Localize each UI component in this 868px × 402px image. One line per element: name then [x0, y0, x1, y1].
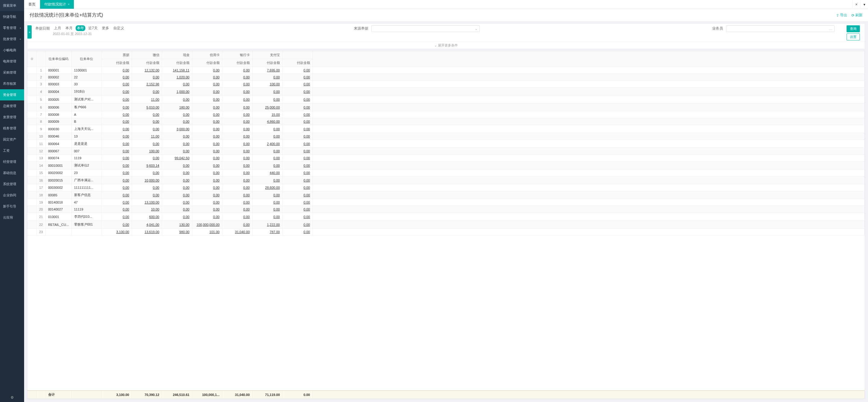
cell[interactable]: 0.00	[132, 191, 162, 199]
cell[interactable]: 0.00	[222, 221, 252, 229]
amount-link[interactable]: 0.00	[123, 82, 129, 86]
amount-link[interactable]: 0.00	[123, 178, 129, 182]
sidebar-item-0[interactable]: 搜索菜单	[0, 0, 24, 11]
amount-link[interactable]: 0.00	[243, 156, 250, 160]
date-range-opt-4[interactable]: 更多	[101, 25, 110, 31]
cell[interactable]: 0.00	[222, 118, 252, 125]
amount-link[interactable]: 0.00	[243, 215, 250, 219]
amount-link[interactable]: 787.00	[270, 230, 280, 234]
cell[interactable]: 0.00	[162, 162, 192, 170]
cell[interactable]: 0.00	[222, 176, 252, 184]
cell[interactable]: 0.00	[222, 162, 252, 170]
amount-link[interactable]: 0.00	[273, 156, 280, 160]
amount-link[interactable]: 0.00	[273, 149, 280, 153]
clerk-lookup[interactable]: …	[726, 25, 835, 32]
sidebar-item-4[interactable]: 小畅电商	[0, 45, 24, 56]
cell[interactable]: 0.00	[132, 111, 162, 118]
cell[interactable]: 0.00	[101, 133, 132, 140]
amount-link[interactable]: 0.00	[304, 82, 310, 86]
cell[interactable]: 0.00	[222, 199, 252, 206]
cell[interactable]: 0.00	[252, 199, 282, 206]
cell[interactable]: 1,020.00	[162, 74, 192, 81]
cell[interactable]: 0.00	[101, 170, 132, 176]
cell[interactable]: 15.00	[252, 111, 282, 118]
amount-link[interactable]: 0.00	[243, 68, 250, 72]
amount-link[interactable]: 0.00	[304, 76, 310, 79]
amount-link[interactable]: 0.00	[304, 193, 310, 197]
cell[interactable]: 0.00	[222, 155, 252, 162]
cell[interactable]: 0.00	[282, 206, 313, 213]
amount-link[interactable]: 0.00	[304, 215, 310, 219]
cell[interactable]: 0.00	[192, 74, 222, 81]
amount-link[interactable]: 0.00	[213, 193, 219, 197]
cell[interactable]: 0.00	[162, 184, 192, 191]
expand-conditions[interactable]: ⌄ 展开更多条件	[27, 41, 865, 49]
amount-link[interactable]: 0.00	[123, 164, 129, 167]
cell[interactable]: 0.00	[192, 155, 222, 162]
cell[interactable]: 0.00	[222, 95, 252, 104]
cell[interactable]: 0.00	[282, 148, 313, 155]
amount-link[interactable]: 0.00	[213, 149, 219, 153]
cell[interactable]: 0.00	[222, 81, 252, 88]
cell[interactable]: 11.00	[132, 133, 162, 140]
amount-link[interactable]: 0.00	[153, 156, 159, 160]
cell[interactable]: 0.00	[282, 125, 313, 133]
cell[interactable]: 0.00	[162, 191, 192, 199]
cell[interactable]: 0.00	[282, 81, 313, 88]
query-button[interactable]: 查询	[846, 25, 860, 32]
amount-link[interactable]: 0.00	[304, 142, 310, 146]
cell[interactable]: 0.00	[101, 95, 132, 104]
amount-link[interactable]: 13,619.00	[145, 230, 159, 234]
amount-link[interactable]: 0.00	[304, 106, 310, 109]
amount-link[interactable]: 0.00	[304, 90, 310, 93]
amount-link[interactable]: 99,042.50	[175, 156, 190, 160]
amount-link[interactable]: 0.00	[183, 164, 189, 167]
sidebar-item-6[interactable]: 采购管理	[0, 67, 24, 78]
cell[interactable]: 1,000.00	[162, 88, 192, 95]
cell[interactable]: 28,600.00	[252, 184, 282, 191]
amount-link[interactable]: 0.00	[123, 120, 129, 123]
cell[interactable]: 600.00	[132, 213, 162, 221]
cell[interactable]: 10.00	[132, 206, 162, 213]
table-row[interactable]: 8000009B0.000.000.000.000.004,860.000.00	[27, 118, 865, 125]
cell[interactable]: 0.00	[282, 133, 313, 140]
cell[interactable]: 5,010.00	[132, 104, 162, 111]
date-range-opt-2[interactable]: 本年	[76, 25, 85, 31]
amount-link[interactable]: 0.00	[213, 68, 219, 72]
gear-icon[interactable]: ⚙	[30, 57, 33, 61]
amount-link[interactable]: 0.00	[123, 223, 129, 227]
amount-link[interactable]: 0.00	[123, 76, 129, 79]
amount-link[interactable]: 0.00	[183, 201, 189, 204]
amount-link[interactable]: 0.00	[273, 193, 280, 197]
sidebar-item-14[interactable]: 经营管理	[0, 156, 24, 167]
cell[interactable]: 0.00	[222, 74, 252, 81]
amount-link[interactable]: 0.00	[183, 142, 189, 146]
cell[interactable]: 25,000.00	[252, 104, 282, 111]
amount-link[interactable]: 0.00	[304, 127, 310, 131]
sidebar-item-12[interactable]: 固定资产	[0, 134, 24, 145]
cell[interactable]: 0.00	[101, 74, 132, 81]
cell[interactable]: 2,400.00	[252, 140, 282, 148]
amount-link[interactable]: 0.00	[123, 113, 129, 116]
cell[interactable]: 787.00	[252, 229, 282, 235]
cell[interactable]: 0.00	[252, 213, 282, 221]
amount-link[interactable]: 0.00	[183, 120, 189, 123]
cell[interactable]: 0.00	[282, 229, 313, 235]
sidebar-item-1[interactable]: 快捷导航	[0, 11, 24, 22]
amount-link[interactable]: 0.00	[243, 135, 250, 138]
amount-link[interactable]: 0.00	[304, 201, 310, 204]
cell[interactable]: 0.00	[192, 140, 222, 148]
amount-link[interactable]: 100.00	[270, 82, 280, 86]
cell[interactable]: 100,000,000.00	[192, 221, 222, 229]
amount-link[interactable]: 0.00	[243, 149, 250, 153]
cell[interactable]: 3,100.00	[101, 229, 132, 235]
cell[interactable]: 0.00	[101, 125, 132, 133]
amount-link[interactable]: 0.00	[243, 120, 250, 123]
amount-link[interactable]: 0.00	[213, 156, 219, 160]
amount-link[interactable]: 0.00	[304, 178, 310, 182]
cell[interactable]: 0.00	[132, 155, 162, 162]
amount-link[interactable]: 2,152.98	[147, 82, 159, 86]
sidebar-item-13[interactable]: 工资	[0, 145, 24, 156]
cell[interactable]: 11.00	[132, 95, 162, 104]
cell[interactable]: 440.00	[252, 170, 282, 176]
